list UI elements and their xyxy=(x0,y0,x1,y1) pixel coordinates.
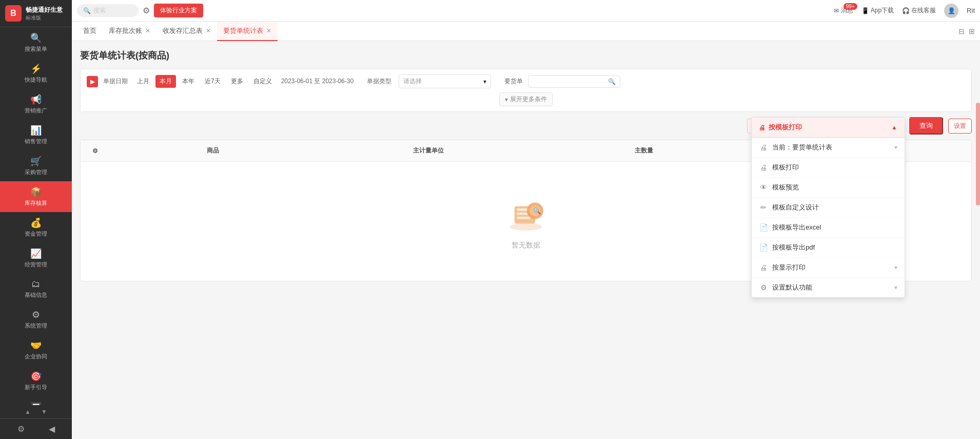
dropdown-display-print[interactable]: 🖨 按显示打印 ▾ xyxy=(752,258,905,278)
type-select[interactable]: 请选择 ▾ xyxy=(399,74,491,88)
trial-button[interactable]: 体验行业方案 xyxy=(154,4,203,17)
settings-button[interactable]: 设置 xyxy=(948,119,972,133)
date-btn-this-month[interactable]: 本月 xyxy=(155,75,176,88)
search-icon: 🔍 xyxy=(83,7,91,14)
app-icon: 📱 xyxy=(861,7,869,14)
sidebar-item-purchase[interactable]: 🛒 采购管理 xyxy=(0,150,72,181)
filter-row-date: ▶ 单据日期 上月 本月 本年 近7天 更多 自定义 2023-06-01 至 … xyxy=(87,74,965,88)
dropdown-current[interactable]: 🖨 当前：要货单统计表 ▾ xyxy=(752,138,905,158)
app-center-icon: 🔲 xyxy=(30,402,42,405)
sidebar-scroll-down[interactable]: ▼ xyxy=(41,408,47,415)
date-btn-this-year[interactable]: 本年 xyxy=(178,75,199,88)
messages-badge: 99+ xyxy=(844,3,857,10)
messages-button[interactable]: ✉ 消息 99+ xyxy=(834,6,853,15)
tab-receipt-summary[interactable]: 收发存汇总表 ✕ xyxy=(156,22,217,41)
tab-close-inventory-batch[interactable]: ✕ xyxy=(145,27,150,34)
logo-icon: B xyxy=(5,5,22,22)
guide-icon: 🎯 xyxy=(30,371,42,382)
table-col-goods: 商品 xyxy=(105,142,321,159)
tab-close-order-stats[interactable]: ✕ xyxy=(266,27,271,34)
sidebar-item-enterprise[interactable]: 🤝 企业协同 xyxy=(0,335,72,366)
dropdown-item-template-pdf[interactable]: 📄 按模板导出pdf xyxy=(752,238,905,258)
type-label: 单据类型 xyxy=(367,77,391,86)
date-btn-7days[interactable]: 近7天 xyxy=(201,75,225,88)
sidebar-item-app-center[interactable]: 🔲 应用中心 xyxy=(0,396,72,405)
tab-home[interactable]: 首页 xyxy=(77,22,103,41)
sidebar-item-finance[interactable]: 💰 资金管理 xyxy=(0,212,72,243)
system-icon: ⚙ xyxy=(32,309,40,320)
tab-inventory-batch[interactable]: 库存批次账 ✕ xyxy=(103,22,156,41)
print-icon: 🖨 xyxy=(759,124,766,131)
right-scrollbar[interactable] xyxy=(976,103,980,205)
goods-search-icon: 🔍 xyxy=(608,78,616,85)
sidebar-logo: B 畅捷通好生意 标准版 xyxy=(0,0,72,27)
gear-icon[interactable]: ⚙ xyxy=(143,6,150,15)
topbar-left: 🔍 搜索 ⚙ 体验行业方案 xyxy=(77,4,203,17)
purchase-icon: 🛒 xyxy=(30,156,42,167)
display-print-icon: 🖨 xyxy=(759,263,768,272)
message-icon: ✉ xyxy=(834,7,839,14)
sidebar-item-system[interactable]: ⚙ 系统管理 xyxy=(0,304,72,335)
svg-rect-4 xyxy=(517,217,531,219)
template-excel-icon: 📄 xyxy=(759,223,768,232)
sidebar-item-sales[interactable]: 📊 销售管理 xyxy=(0,120,72,150)
settings-icon[interactable]: ⚙ xyxy=(17,424,25,434)
print-dropdown: 🖨 按模板打印 ▲ 🖨 当前：要货单统计表 ▾ 🖨 模板打印 � xyxy=(751,117,905,298)
sidebar-item-search-menu[interactable]: 🔍 搜索菜单 xyxy=(0,27,72,58)
table-col-quantity: 主数量 xyxy=(536,142,752,159)
dropdown-chevron-icon: ▲ xyxy=(891,124,897,131)
avatar[interactable]: 👤 xyxy=(944,4,958,18)
tab-close-receipt-summary[interactable]: ✕ xyxy=(206,27,211,34)
sidebar-item-operation[interactable]: 📈 经营管理 xyxy=(0,243,72,274)
search-menu-icon: 🔍 xyxy=(30,32,42,44)
dropdown-item-template-preview[interactable]: 👁 模板预览 xyxy=(752,178,905,198)
online-service-button[interactable]: 🎧 在线客服 xyxy=(902,6,936,15)
dropdown-set-default[interactable]: ⚙ 设置默认功能 ▾ xyxy=(752,278,905,297)
date-btn-last-month[interactable]: 上月 xyxy=(133,75,153,88)
set-default-icon: ⚙ xyxy=(759,283,768,292)
sidebar-item-inventory[interactable]: 📦 库存核算 xyxy=(0,181,72,212)
basics-icon: 🗂 xyxy=(31,279,41,290)
dropdown-item-template-excel[interactable]: 📄 按模板导出excel xyxy=(752,218,905,238)
tab-minimize-icon[interactable]: ⊟ xyxy=(958,27,965,35)
sidebar-item-marketing[interactable]: 📢 营销推广 xyxy=(0,89,72,120)
table-col-checkbox[interactable]: ⚙ xyxy=(85,143,105,159)
topbar-search[interactable]: 🔍 搜索 xyxy=(77,4,139,17)
date-label: 单据日期 xyxy=(103,77,128,86)
template-print-icon: 🖨 xyxy=(759,163,768,171)
date-btn-custom[interactable]: 自定义 xyxy=(249,75,276,88)
date-options: 上月 本月 本年 近7天 更多 自定义 xyxy=(133,75,276,88)
empty-text: 暂无数据 xyxy=(512,241,540,250)
collapse-icon[interactable]: ◀ xyxy=(49,424,55,434)
sidebar-item-quick-nav[interactable]: ⚡ 快捷导航 xyxy=(0,58,72,89)
dropdown-item-template-print[interactable]: 🖨 模板打印 xyxy=(752,158,905,178)
tab-order-stats[interactable]: 要货单统计表 ✕ xyxy=(217,22,278,41)
page-content: 要货单统计表(按商品) ▶ 单据日期 上月 本月 本年 近7天 更多 自定义 2… xyxy=(72,41,980,439)
expand-down-icon: ▾ xyxy=(505,96,508,103)
sidebar: B 畅捷通好生意 标准版 🔍 搜索菜单 ⚡ 快捷导航 📢 营销推广 📊 销售管理… xyxy=(0,0,72,439)
app-download-button[interactable]: 📱 App下载 xyxy=(861,6,894,15)
query-button[interactable]: 查询 xyxy=(909,117,943,135)
display-print-arrow-icon: ▾ xyxy=(894,264,897,271)
template-preview-icon: 👁 xyxy=(759,183,768,192)
marketing-icon: 📢 xyxy=(30,94,42,105)
sidebar-scroll-up[interactable]: ▲ xyxy=(25,408,31,415)
date-btn-more[interactable]: 更多 xyxy=(227,75,247,88)
dropdown-title: 🖨 按模板打印 xyxy=(759,123,802,132)
expand-btn[interactable]: ▾ 展开更多条件 xyxy=(499,92,553,106)
page-title: 要货单统计表(按商品) xyxy=(80,49,972,62)
goods-input[interactable]: 🔍 xyxy=(528,75,620,88)
svg-rect-3 xyxy=(517,213,528,215)
tab-resize-controls: ⊟ ⊞ xyxy=(958,27,975,35)
finance-icon: 💰 xyxy=(30,217,42,228)
username: Rit xyxy=(967,7,975,14)
sidebar-item-basics[interactable]: 🗂 基础信息 xyxy=(0,274,72,304)
set-default-arrow-icon: ▾ xyxy=(894,284,897,291)
svg-point-0 xyxy=(510,223,542,231)
sales-icon: 📊 xyxy=(30,125,42,136)
template-custom-icon: ✏ xyxy=(759,203,768,212)
tab-maximize-icon[interactable]: ⊞ xyxy=(969,27,975,35)
sidebar-item-guide[interactable]: 🎯 新手引导 xyxy=(0,366,72,396)
filter-expand-icon[interactable]: ▶ xyxy=(87,76,98,87)
dropdown-item-template-custom[interactable]: ✏ 模板自定义设计 xyxy=(752,198,905,218)
